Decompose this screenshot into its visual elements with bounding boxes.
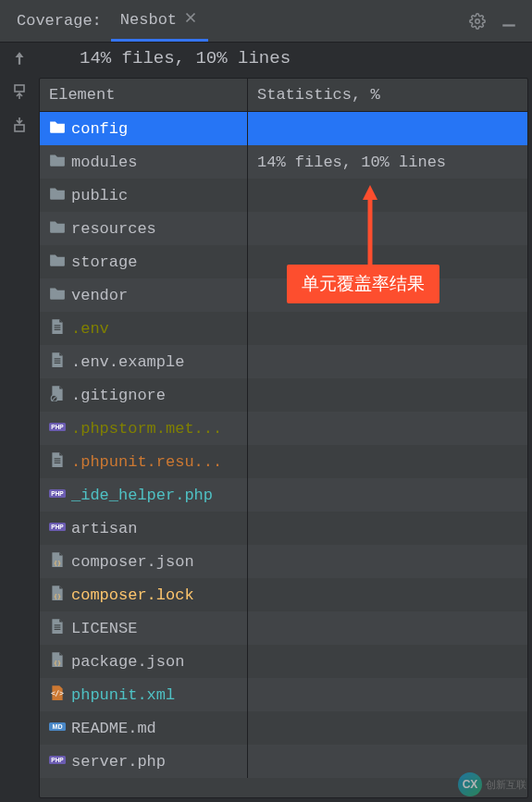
table-row[interactable]: public	[40, 179, 527, 212]
svg-rect-4	[15, 85, 24, 92]
php-icon: PHP	[49, 518, 66, 539]
table-row[interactable]: PHP .phpstorm.met...	[40, 412, 527, 445]
file-ignore-icon	[49, 385, 66, 406]
table-row[interactable]: MD README.md	[40, 711, 527, 745]
json-icon: {}	[49, 551, 66, 573]
item-name: .phpunit.resu...	[71, 453, 222, 471]
php-icon: PHP	[49, 418, 66, 439]
md-icon: MD	[49, 718, 66, 739]
folder-icon	[49, 118, 66, 140]
collapse-up-icon[interactable]	[9, 81, 30, 102]
coverage-summary: 14% files, 10% lines	[39, 43, 532, 78]
item-name: .gitignore	[71, 387, 166, 404]
table-header: Element Statistics, %	[40, 79, 527, 112]
coverage-tab[interactable]: Nesbot	[111, 0, 208, 42]
coverage-titlebar: Coverage: Nesbot	[0, 0, 532, 43]
table-row[interactable]: modules 14% files, 10% lines	[40, 145, 527, 179]
table-row[interactable]: {} composer.json	[40, 545, 527, 578]
coverage-tree: Element Statistics, % config modules 14%…	[39, 78, 528, 798]
table-row[interactable]: resources	[40, 212, 527, 245]
file-icon	[49, 618, 66, 639]
table-row[interactable]: PHP _ide_helper.php	[40, 478, 527, 512]
xml-icon: </>	[49, 685, 66, 706]
svg-rect-3	[502, 24, 515, 26]
collapse-down-icon[interactable]	[9, 115, 30, 135]
item-name: config	[71, 120, 128, 138]
folder-icon	[49, 285, 66, 306]
svg-text:{}: {}	[54, 559, 61, 566]
table-row[interactable]: </> phpunit.xml	[40, 678, 527, 711]
svg-text:PHP: PHP	[51, 424, 64, 430]
item-name: modules	[71, 154, 137, 171]
item-name: composer.json	[71, 553, 194, 571]
svg-text:PHP: PHP	[51, 757, 64, 763]
folder-icon	[49, 218, 66, 240]
gear-icon[interactable]	[462, 9, 493, 33]
svg-text:</>: </>	[51, 689, 64, 697]
item-name: public	[71, 187, 128, 204]
close-tab-icon[interactable]	[182, 9, 199, 31]
item-name: README.md	[71, 720, 156, 737]
item-name: server.php	[71, 753, 166, 771]
table-row[interactable]: LICENSE	[40, 611, 527, 645]
item-name: LICENSE	[71, 620, 137, 637]
svg-point-2	[476, 19, 480, 23]
json-icon: {}	[49, 651, 66, 672]
svg-text:{}: {}	[54, 659, 61, 666]
coverage-title: Coverage:	[7, 6, 111, 35]
folder-icon	[49, 185, 66, 206]
table-row[interactable]: .phpunit.resu...	[40, 445, 527, 478]
item-name: artisan	[71, 520, 137, 537]
svg-rect-5	[15, 125, 24, 131]
level-up-icon[interactable]	[9, 48, 30, 68]
php-icon: PHP	[49, 751, 66, 772]
item-name: vendor	[71, 287, 128, 304]
minimize-icon[interactable]	[493, 9, 525, 33]
table-row[interactable]: config	[40, 112, 527, 145]
column-header-element[interactable]: Element	[40, 79, 248, 111]
folder-icon	[49, 152, 66, 173]
svg-text:{}: {}	[54, 592, 61, 599]
folder-icon	[49, 252, 66, 273]
json-icon: {}	[49, 585, 66, 606]
table-row[interactable]: .env	[40, 312, 527, 345]
table-row[interactable]: {} composer.lock	[40, 578, 527, 611]
item-name: composer.lock	[71, 586, 194, 604]
item-name: _ide_helper.php	[71, 487, 213, 504]
table-row[interactable]: .env.example	[40, 345, 527, 378]
svg-text:PHP: PHP	[51, 490, 64, 497]
item-name: .env.example	[71, 353, 184, 371]
item-name: storage	[71, 253, 137, 271]
item-name: phpunit.xml	[71, 686, 175, 704]
toolbar-gutter	[0, 43, 39, 802]
php-icon: PHP	[49, 485, 66, 506]
item-name: package.json	[71, 653, 184, 671]
table-row[interactable]: vendor	[40, 278, 527, 312]
table-row[interactable]: PHP server.php	[40, 745, 527, 778]
item-stats: 14% files, 10% lines	[248, 154, 527, 171]
file-icon	[49, 451, 66, 473]
coverage-tab-label: Nesbot	[120, 11, 177, 29]
table-row[interactable]: .gitignore	[40, 378, 527, 412]
file-icon	[49, 318, 66, 339]
table-row[interactable]: {} package.json	[40, 645, 527, 678]
svg-text:PHP: PHP	[51, 524, 64, 530]
item-name: .phpstorm.met...	[71, 420, 222, 438]
item-name: .env	[71, 320, 109, 338]
item-name: resources	[71, 220, 156, 238]
column-header-statistics[interactable]: Statistics, %	[248, 86, 527, 104]
table-row[interactable]: storage	[40, 245, 527, 278]
file-icon	[49, 352, 66, 373]
svg-text:MD: MD	[53, 723, 63, 730]
table-row[interactable]: PHP artisan	[40, 512, 527, 545]
